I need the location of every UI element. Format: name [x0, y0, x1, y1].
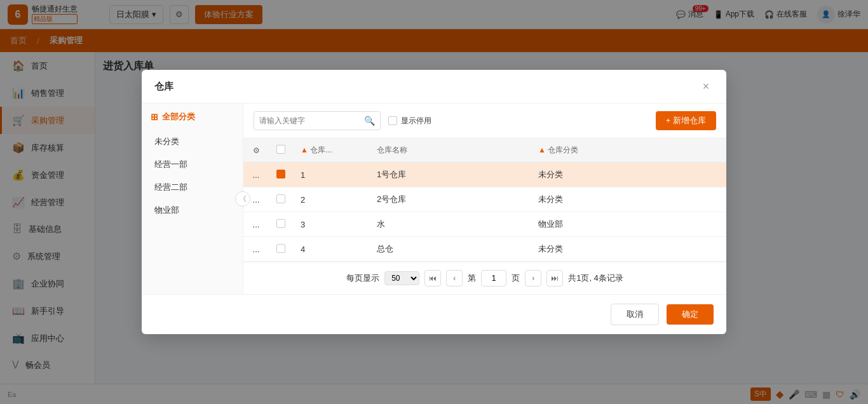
modal-body: ⊞ 全部分类 未分类 经营一部 经营二部 物业部 《 [142, 104, 726, 294]
row-action[interactable]: ... [243, 237, 269, 262]
page-label: 第 [468, 273, 476, 284]
row-checkbox[interactable] [269, 163, 293, 187]
category-item-dept2[interactable]: 经营二部 [142, 176, 243, 199]
row-name: 水 [369, 212, 531, 237]
total-label: 共1页, 4条记录 [568, 273, 623, 284]
row-num: 2 [293, 187, 369, 212]
per-page-label: 每页显示 [346, 273, 379, 284]
table-row[interactable]: ... 3 水 物业部 [243, 212, 726, 237]
modal-content-area: 🔍 显示停用 + 新增仓库 ⚙ [243, 104, 726, 294]
header-checkbox[interactable] [276, 145, 285, 154]
row-name: 2号仓库 [369, 187, 531, 212]
warehouse-modal: 仓库 × ⊞ 全部分类 未分类 经营一部 经营二部 [142, 70, 726, 334]
modal-title: 仓库 [154, 81, 173, 93]
row-category: 未分类 [531, 237, 726, 262]
last-page-button[interactable]: ⏭ [546, 270, 563, 286]
category-item-uncat[interactable]: 未分类 [142, 130, 243, 153]
show-disabled-label: 显示停用 [401, 116, 431, 126]
page-input[interactable] [481, 270, 506, 286]
sidebar-collapse-button[interactable]: 《 [235, 191, 250, 206]
row-action[interactable]: ... [243, 212, 269, 237]
row-name: 总仓 [369, 237, 531, 262]
grid-icon: ⊞ [151, 112, 158, 122]
modal-footer: 取消 确定 [142, 294, 726, 334]
table-row[interactable]: ... 1 1号仓库 未分类 [243, 163, 726, 187]
col-name: 仓库名称 [369, 138, 531, 163]
sort-icon-code: ▲ [301, 145, 308, 154]
modal-toolbar: 🔍 显示停用 + 新增仓库 [243, 104, 726, 138]
modal-category-sidebar: ⊞ 全部分类 未分类 经营一部 经营二部 物业部 《 [142, 104, 243, 294]
search-input-wrap: 🔍 [254, 111, 381, 130]
add-warehouse-button[interactable]: + 新增仓库 [656, 111, 716, 130]
row-category: 未分类 [531, 163, 726, 187]
row-checkbox[interactable] [269, 212, 293, 237]
row-num: 3 [293, 212, 369, 237]
row-name: 1号仓库 [369, 163, 531, 187]
modal-close-button[interactable]: × [698, 79, 714, 94]
col-category: ▲ 仓库分类 [531, 138, 726, 163]
page-end-label: 页 [512, 273, 520, 284]
category-item-dept1[interactable]: 经营一部 [142, 153, 243, 176]
confirm-button[interactable]: 确定 [667, 304, 714, 325]
search-input[interactable] [259, 116, 364, 125]
all-category-label: 全部分类 [162, 111, 195, 123]
table-row[interactable]: ... 2 2号仓库 未分类 [243, 187, 726, 212]
show-disabled-checkbox[interactable] [388, 116, 397, 125]
next-page-button[interactable]: › [525, 270, 541, 286]
prev-page-button[interactable]: ‹ [446, 270, 463, 286]
row-num: 1 [293, 163, 369, 187]
first-page-button[interactable]: ⏮ [424, 270, 441, 286]
sort-icon-cat: ▲ [538, 145, 546, 154]
table-row[interactable]: ... 4 总仓 未分类 [243, 237, 726, 262]
modal-overlay: 仓库 × ⊞ 全部分类 未分类 经营一部 经营二部 [0, 0, 868, 404]
modal-header: 仓库 × [142, 70, 726, 104]
search-icon[interactable]: 🔍 [364, 116, 375, 126]
col-gear: ⚙ [243, 138, 269, 163]
row-checkbox[interactable] [269, 187, 293, 212]
category-item-property[interactable]: 物业部 [142, 199, 243, 222]
table-header-row: ⚙ ▲ 仓库... 仓库名称 [243, 138, 726, 163]
warehouse-table: ⚙ ▲ 仓库... 仓库名称 [243, 138, 726, 262]
row-category: 未分类 [531, 187, 726, 212]
row-num: 4 [293, 237, 369, 262]
cancel-button[interactable]: 取消 [611, 304, 659, 325]
modal-pagination: 每页显示 102050100 ⏮ ‹ 第 页 › ⏭ 共1页, 4条记录 [243, 262, 726, 294]
show-disabled-wrap: 显示停用 [388, 116, 431, 126]
row-action[interactable]: ... [243, 163, 269, 187]
col-code: ▲ 仓库... [293, 138, 369, 163]
per-page-select[interactable]: 102050100 [384, 271, 419, 285]
col-checkbox [269, 138, 293, 163]
row-checkbox[interactable] [269, 237, 293, 262]
row-category: 物业部 [531, 212, 726, 237]
all-category-item[interactable]: ⊞ 全部分类 [142, 104, 243, 130]
